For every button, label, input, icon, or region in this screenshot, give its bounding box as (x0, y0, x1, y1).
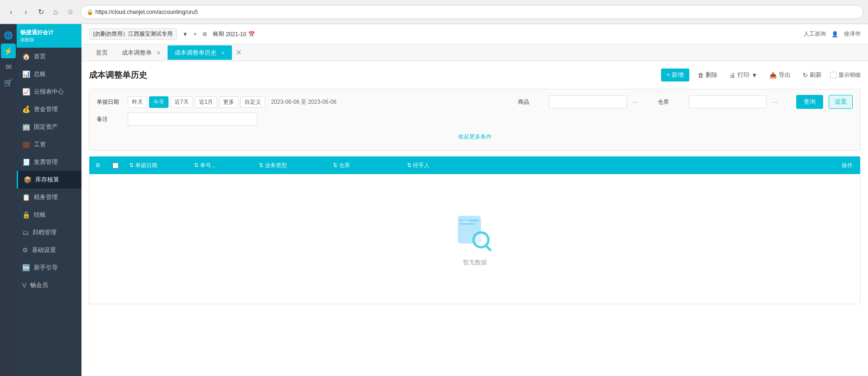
company-selector[interactable]: (勿删勿禁用）江西服宝测试专用 (89, 28, 177, 40)
remark-filter-input[interactable] (128, 113, 257, 125)
print-icon: 🖨 (730, 72, 736, 79)
filter-area: 单据日期 昨天 今天 近7天 近1月 更多 自定义 2023-06-06 至 2… (89, 89, 861, 150)
date-btn-today[interactable]: 今天 (149, 96, 169, 108)
page-title: 成本调整单历史 (89, 69, 147, 81)
goods-filter-label: 商品 (518, 98, 543, 106)
new-button[interactable]: + 新增 (661, 69, 690, 81)
filter-row-date: 单据日期 昨天 今天 近7天 近1月 更多 自定义 2023-06-06 至 2… (97, 95, 853, 109)
closing-icon: 🔒 (22, 211, 30, 219)
goods-filter-dots[interactable]: ··· (632, 98, 638, 106)
th-date-label: ⇅ 单据日期 (129, 162, 157, 169)
display-label: 显示明细 (838, 71, 861, 79)
calendar-icon[interactable]: 📅 (248, 31, 255, 38)
sidebar-item-inventory[interactable]: 📦 库存核算 (17, 171, 81, 188)
page-body: 成本调整单历史 + 新增 🗑 删除 🖨 打印 ▼ 📤 导出 (81, 61, 868, 376)
delete-button[interactable]: 🗑 删除 (694, 69, 721, 81)
date-btn-7days[interactable]: 近7天 (170, 96, 193, 108)
svg-rect-2 (460, 223, 476, 225)
archive-icon: 🗂 (22, 229, 29, 236)
sidebar-menu: 🏠 首页 📊 总账 📈 云报表中心 💰 资金管理 🏢 固定资产 💼 工资 (17, 48, 81, 376)
sidebar-label-ledger: 总账 (34, 70, 46, 78)
guide-icon: 🆕 (22, 264, 30, 271)
th-biz-type: ⇅ 业务类型 (254, 162, 328, 169)
svg-line-6 (486, 245, 490, 250)
sidebar-item-settings[interactable]: ⚙ 基础设置 (17, 241, 81, 259)
add-tab-btn[interactable]: + (194, 31, 197, 38)
tab-cost-adjust-history-close[interactable]: ✕ (221, 50, 225, 56)
sidebar-item-invoice[interactable]: 🧾 发票管理 (17, 153, 81, 171)
sidebar-item-ledger[interactable]: 📊 总账 (17, 65, 81, 83)
sidebar-item-archive[interactable]: 🗂 归档管理 (17, 224, 81, 241)
tab-cost-adjust-label: 成本调整单 (122, 49, 152, 56)
browser-nav-buttons: ‹ › ↻ ⌂ ☆ (5, 6, 77, 19)
sidebar-item-guide[interactable]: 🆕 新手引导 (17, 259, 81, 276)
browser-chrome: ‹ › ↻ ⌂ ☆ 🔒 https://cloud.chanjet.com/ac… (0, 0, 868, 24)
dropdown-arrow[interactable]: ▼ (182, 31, 188, 38)
tab-cost-adjust-history[interactable]: 成本调整单历史 ✕ (168, 45, 232, 60)
star-button[interactable]: ☆ (64, 6, 77, 19)
sidebar-item-closing[interactable]: 🔒 结账 (17, 206, 81, 224)
back-button[interactable]: ‹ (5, 6, 18, 19)
print-dropdown[interactable]: ▼ (751, 72, 757, 79)
date-filter-buttons: 昨天 今天 近7天 近1月 更多 自定义 (128, 96, 265, 108)
th-warehouse: ⇅ 仓库 (328, 162, 402, 169)
settings-top-icon[interactable]: ⚙ (202, 31, 207, 38)
home-icon: 🏠 (22, 53, 30, 60)
close-all-tabs[interactable]: ✕ (232, 48, 245, 57)
date-btn-more[interactable]: 更多 (219, 96, 238, 108)
collapse-button[interactable]: 收起更多条件 (97, 129, 853, 144)
th-settings[interactable]: ⚙ (89, 162, 106, 169)
sidebar-label-assets: 固定资产 (34, 123, 58, 131)
export-button[interactable]: 📤 导出 (766, 69, 794, 81)
filter-settings-button[interactable]: 设置 (829, 95, 853, 109)
sidebar-label-archive: 归档管理 (32, 228, 56, 237)
warehouse-filter-label: 仓库 (658, 98, 683, 106)
warehouse-filter-dots[interactable]: ··· (772, 98, 778, 106)
forward-button[interactable]: › (19, 6, 32, 19)
app-container: 🌐 ⚡ ✉ 🛒 畅捷通好会计 旗舰版 🏠 首页 📊 总账 📈 云报表中心 (0, 24, 868, 376)
top-header-left: (勿删勿禁用）江西服宝测试专用 ▼ + ⚙ 账期 2021-10 📅 (89, 28, 255, 40)
th-handler: ⇅ 经手人 (402, 162, 467, 169)
sidebar-item-reports[interactable]: 📈 云报表中心 (17, 83, 81, 100)
icon-sidebar-shop[interactable]: 🛒 (1, 75, 16, 90)
date-btn-yesterday[interactable]: 昨天 (128, 96, 147, 108)
display-checkbox[interactable] (830, 72, 837, 78)
tab-cost-adjust[interactable]: 成本调整单 ✕ (115, 45, 168, 60)
refresh-button[interactable]: ↻ (34, 6, 47, 19)
icon-sidebar-mail[interactable]: ✉ (1, 59, 16, 74)
home-button[interactable]: ⌂ (49, 6, 62, 19)
tab-cost-adjust-close[interactable]: ✕ (156, 50, 161, 56)
th-checkbox[interactable] (106, 163, 125, 169)
select-all-checkbox[interactable] (112, 163, 119, 169)
sidebar-item-tax[interactable]: 📋 税务管理 (17, 188, 81, 206)
remark-filter-label: 备注 (97, 115, 122, 123)
icon-sidebar-active[interactable]: ⚡ (1, 44, 16, 58)
date-btn-1month[interactable]: 近1月 (195, 96, 218, 108)
th-warehouse-label: ⇅ 仓库 (333, 162, 350, 169)
sidebar-item-assets[interactable]: 🏢 固定资产 (17, 118, 81, 136)
query-button[interactable]: 查询 (796, 95, 823, 109)
th-biz-type-label: ⇅ 业务类型 (259, 162, 287, 169)
sidebar-item-salary[interactable]: 💼 工资 (17, 136, 81, 153)
customer-service-btn[interactable]: 人工咨询 (804, 30, 826, 38)
goods-filter-input[interactable] (549, 95, 627, 108)
tab-home[interactable]: 首页 (89, 45, 115, 60)
th-actions-label: 操作 (842, 162, 853, 169)
sidebar-item-vip[interactable]: V 畅会员 (17, 276, 81, 294)
date-filter-label: 单据日期 (97, 98, 122, 106)
export-label: 导出 (779, 71, 791, 79)
sidebar-item-home[interactable]: 🏠 首页 (17, 48, 81, 65)
address-bar[interactable]: 🔒 https://cloud.chanjet.com/accounting/u… (81, 5, 863, 19)
tab-home-label: 首页 (96, 49, 108, 56)
reports-icon: 📈 (22, 88, 30, 95)
sidebar-label-reports: 云报表中心 (34, 88, 64, 96)
date-btn-custom[interactable]: 自定义 (240, 96, 265, 108)
sidebar-item-capital[interactable]: 💰 资金管理 (17, 100, 81, 118)
user-name[interactable]: 徐泽华 (844, 30, 861, 38)
refresh-button[interactable]: ↻ 刷新 (799, 69, 825, 81)
logo-title: 畅捷通好会计 (20, 29, 54, 37)
print-button[interactable]: 🖨 打印 ▼ (726, 69, 761, 81)
warehouse-filter-input[interactable] (689, 95, 767, 108)
icon-sidebar-weibo[interactable]: 🌐 (1, 28, 16, 43)
sidebar-label-capital: 资金管理 (34, 105, 58, 113)
